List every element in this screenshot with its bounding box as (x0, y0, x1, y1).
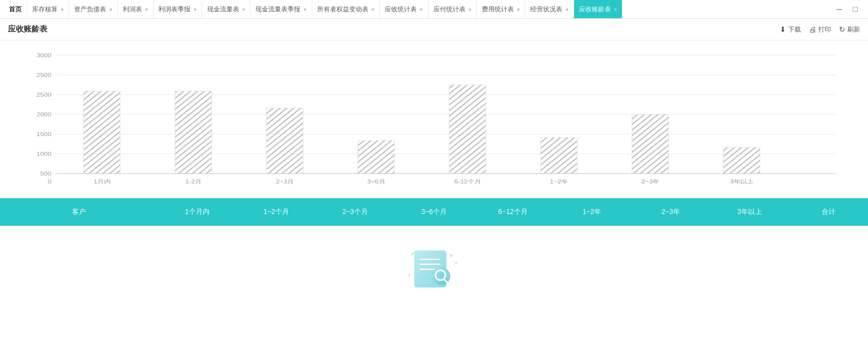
tab-ap-stats[interactable]: 应付统计表 × (429, 0, 477, 19)
tab-ar-aging[interactable]: 应收账龄表 × (574, 0, 622, 19)
svg-text:2~3月: 2~3月 (276, 178, 293, 184)
close-icon[interactable]: × (420, 6, 423, 12)
svg-point-32 (450, 254, 453, 257)
bar-3年以上 (723, 147, 760, 174)
svg-point-33 (455, 262, 457, 264)
bar-1-2月 (175, 91, 212, 174)
bar-2-3月 (266, 108, 303, 174)
maximize-button[interactable]: □ (848, 2, 862, 16)
download-button[interactable]: ⬇ 下载 (780, 25, 801, 34)
close-icon[interactable]: × (517, 6, 520, 12)
download-icon: ⬇ (780, 25, 786, 34)
tab-equity[interactable]: 所有者权益变动表 × (312, 0, 380, 19)
tab-profit[interactable]: 利润表 × (118, 0, 153, 19)
close-icon[interactable]: × (193, 6, 196, 12)
chart-area: 3000 2500 2500 2000 1500 1000 500 0 (0, 40, 868, 198)
svg-text:3~6月: 3~6月 (367, 178, 385, 184)
col-1-2years: 1~2年 (552, 208, 631, 216)
col-1month: 1个月内 (158, 208, 237, 216)
chart-container: 3000 2500 2500 2000 1500 1000 500 0 (20, 50, 848, 193)
svg-text:2~3年: 2~3年 (641, 178, 659, 184)
close-icon[interactable]: × (61, 6, 64, 12)
bar-2-3年 (632, 114, 668, 174)
col-total: 合计 (789, 208, 868, 216)
empty-state (0, 226, 868, 355)
bar-3-6月 (358, 141, 395, 174)
col-1-2months: 1~2个月 (237, 208, 316, 216)
tab-home[interactable]: 首页 (4, 0, 27, 19)
svg-text:3年以上: 3年以上 (730, 178, 753, 184)
minimize-button[interactable]: ─ (832, 2, 846, 16)
svg-text:2000: 2000 (36, 111, 51, 117)
svg-text:1-2月: 1-2月 (185, 178, 202, 184)
tab-cashflow-quarter[interactable]: 现金流量表季报 × (251, 0, 312, 19)
empty-illustration (404, 246, 464, 295)
tab-balance[interactable]: 资产负债表 × (69, 0, 117, 19)
print-button[interactable]: 🖨 打印 (809, 25, 831, 34)
close-icon[interactable]: × (145, 6, 148, 12)
tab-profit-quarter[interactable]: 利润表季报 × (153, 0, 202, 19)
print-icon: 🖨 (809, 25, 816, 34)
page-title: 应收账龄表 (8, 24, 47, 35)
tab-ar-stats[interactable]: 应收统计表 × (380, 0, 428, 19)
close-icon[interactable]: × (469, 6, 471, 12)
svg-text:1月内: 1月内 (94, 178, 110, 184)
page-header: 应收账龄表 ⬇ 下载 🖨 打印 ↻ 刷新 (0, 19, 868, 40)
tab-cashflow[interactable]: 现金流量表 × (202, 0, 251, 19)
refresh-button[interactable]: ↻ 刷新 (839, 25, 860, 34)
bar-1月内 (84, 91, 120, 174)
col-3-6months: 3~6个月 (395, 208, 473, 216)
svg-text:2500: 2500 (36, 92, 51, 98)
svg-text:500: 500 (40, 171, 52, 177)
tab-operations[interactable]: 经营状况表 × (525, 0, 574, 19)
tab-inventory[interactable]: 库存核算 × (27, 0, 69, 19)
close-icon[interactable]: × (303, 6, 306, 12)
close-icon[interactable]: × (565, 6, 568, 12)
col-customer: 客户 (0, 208, 158, 216)
svg-text:3000: 3000 (36, 52, 51, 58)
close-icon[interactable]: × (242, 6, 245, 12)
svg-text:6-12个月: 6-12个月 (454, 178, 481, 184)
bar-6-12月 (449, 85, 486, 174)
tab-actions: ─ □ (832, 2, 864, 16)
col-3plus-years: 3年以上 (710, 208, 789, 216)
svg-text:1000: 1000 (36, 151, 51, 157)
svg-point-34 (408, 274, 411, 277)
svg-text:2500: 2500 (36, 72, 51, 78)
svg-text:1500: 1500 (36, 131, 51, 137)
close-icon[interactable]: × (371, 6, 374, 12)
col-2-3years: 2~3年 (631, 208, 710, 216)
close-icon[interactable]: × (614, 6, 617, 12)
refresh-icon: ↻ (839, 25, 845, 34)
col-2-3months: 2~3个月 (316, 208, 395, 216)
svg-text:1~2年: 1~2年 (550, 178, 568, 184)
col-6-12months: 6~12个月 (473, 208, 552, 216)
svg-text:0: 0 (48, 178, 52, 184)
bar-1-2年 (541, 138, 577, 174)
header-actions: ⬇ 下载 🖨 打印 ↻ 刷新 (780, 25, 860, 34)
tab-bar: 首页 库存核算 × 资产负债表 × 利润表 × 利润表季报 × 现金流量表 × … (0, 0, 868, 19)
tab-expense-stats[interactable]: 费用统计表 × (477, 0, 525, 19)
main-content: 3000 2500 2500 2000 1500 1000 500 0 (0, 40, 868, 355)
close-icon[interactable]: × (109, 6, 112, 12)
table-header: 客户 1个月内 1~2个月 2~3个月 3~6个月 6~12个月 1~2年 2~… (0, 198, 868, 226)
